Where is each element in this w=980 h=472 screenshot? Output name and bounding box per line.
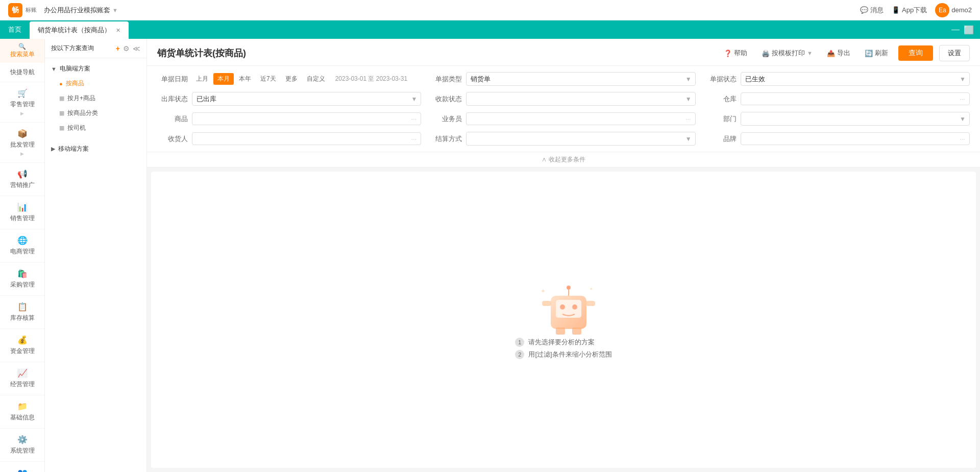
settings-label: 设置	[948, 49, 961, 57]
wholesale-icon: 📦	[17, 129, 28, 138]
sidebar-item-retail[interactable]: 🛒 零售管理 ▶	[0, 82, 44, 123]
salesperson-input[interactable]: ···	[466, 112, 695, 125]
ecommerce-icon: 🌐	[17, 235, 28, 245]
message-label: 消息	[870, 6, 884, 15]
doctype-select[interactable]: 销货单	[466, 72, 695, 86]
message-button[interactable]: 💬 消息	[860, 6, 884, 15]
doctype-label: 单据类型	[431, 75, 462, 84]
inventory-icon: 📋	[17, 302, 28, 312]
brand-dots-icon[interactable]: ···	[960, 135, 965, 143]
payment-select[interactable]	[466, 132, 695, 146]
scheme-mobile-collapse-icon: ▶	[51, 146, 55, 152]
filter-doctype-item: 单据类型 销货单 ▼	[431, 72, 695, 86]
tab-sales-stats[interactable]: 销货单统计表（按商品） ✕	[30, 21, 129, 39]
data-area: ✦ ✦ 1 请先选择要分析的方案 2 用[过滤]条件来缩小分析范围	[151, 172, 976, 468]
app-download-button[interactable]: 📱 App下载	[892, 6, 927, 15]
sidebar-item-ecommerce[interactable]: 🌐 电商管理	[0, 229, 44, 263]
sidebar-quick-nav[interactable]: 快捷导航	[0, 63, 44, 82]
warehouse-input[interactable]: ···	[741, 92, 970, 105]
sidebar-item-inventory[interactable]: 📋 库存核算	[0, 296, 44, 329]
basic-icon: 📁	[17, 402, 28, 411]
salesperson-dots-icon[interactable]: ···	[685, 115, 691, 123]
wholesale-arrow-icon: ▶	[20, 151, 24, 156]
sidebar-item-marketing[interactable]: 📢 营销推广	[0, 163, 44, 196]
receiver-input[interactable]: ···	[192, 132, 421, 145]
scheme-collapse-button[interactable]: ≪	[133, 44, 140, 53]
query-button[interactable]: 查询	[898, 45, 933, 61]
docstatus-control: 已生效 ▼	[741, 72, 970, 86]
settings-button[interactable]: 设置	[939, 45, 970, 61]
scheme-item-by-category[interactable]: ▦ 按商品分类	[45, 106, 146, 121]
product-dots-icon[interactable]: ···	[411, 115, 416, 123]
window-maximize-icon[interactable]: ⬜	[964, 25, 974, 35]
ecommerce-label: 电商管理	[10, 247, 35, 256]
sidebar-item-wholesale[interactable]: 📦 批发管理 ▶	[0, 123, 44, 163]
scheme-item-product-label: 按商品	[66, 79, 84, 88]
sidebar-item-basic[interactable]: 📁 基础信息	[0, 395, 44, 429]
filter-warehouse-item: 仓库 ···	[706, 92, 970, 105]
enterprise-icon: 👥	[17, 468, 28, 472]
product-control: ···	[192, 112, 421, 125]
outstatus-select[interactable]: 已出库	[192, 92, 421, 106]
refresh-button[interactable]: 🔄 刷新	[861, 46, 892, 60]
collapse-label: ∧ 收起更多条件	[542, 156, 585, 163]
scheme-add-button[interactable]: +	[116, 44, 120, 53]
date-btn-more[interactable]: 更多	[281, 73, 302, 85]
sidebar-item-operation[interactable]: 📈 经营管理	[0, 362, 44, 395]
receiptstatus-label: 收款状态	[431, 95, 462, 104]
finance-label: 资金管理	[10, 347, 35, 356]
sidebar-item-system[interactable]: ⚙️ 系统管理	[0, 429, 44, 462]
scheme-desktop-label: 电脑端方案	[60, 64, 90, 73]
workspace-selector[interactable]: 办公用品行业模拟账套 ▼	[41, 5, 121, 16]
product-input[interactable]: ···	[192, 112, 421, 125]
tab-close-icon[interactable]: ✕	[116, 27, 120, 34]
filter-salesperson-item: 业务员 ···	[431, 112, 695, 125]
help-icon: ❓	[724, 50, 732, 57]
retail-icon: 🛒	[17, 88, 28, 98]
scheme-panel-header: 按以下方案查询 + ⚙ ≪	[45, 39, 146, 58]
date-btn-custom[interactable]: 自定义	[303, 73, 329, 85]
user-profile[interactable]: Ea demo2	[935, 3, 972, 17]
warehouse-dots-icon[interactable]: ···	[960, 95, 965, 103]
docstatus-select[interactable]: 已生效	[741, 72, 970, 86]
scheme-mobile-group-header[interactable]: ▶ 移动端方案	[45, 141, 146, 156]
scheme-item-by-month-product[interactable]: ▦ 按月+商品	[45, 91, 146, 106]
export-button[interactable]: 📤 导出	[823, 46, 854, 60]
header-left: 畅 标账 办公用品行业模拟账套 ▼	[8, 3, 121, 17]
date-btn-this-month[interactable]: 本月	[213, 73, 234, 85]
export-label: 导出	[837, 49, 850, 58]
filter-receiptstatus-item: 收款状态 ▼	[431, 92, 695, 106]
date-btn-last-month[interactable]: 上月	[192, 73, 212, 85]
outstatus-control: 已出库 ▼	[192, 92, 421, 106]
sidebar: 🔍 搜索菜单 快捷导航 🛒 零售管理 ▶ 📦 批发管理 ▶ 📢 营销推广 📊 销…	[0, 39, 45, 472]
sidebar-item-sales[interactable]: 📊 销售管理	[0, 196, 44, 229]
payment-control: ▼	[466, 132, 695, 146]
help-button[interactable]: ❓ 帮助	[720, 46, 751, 60]
print-icon: 🖨️	[762, 50, 770, 57]
collapse-bar[interactable]: ∧ 收起更多条件	[147, 152, 980, 168]
sidebar-item-finance[interactable]: 💰 资金管理	[0, 329, 44, 362]
receiver-dots-icon[interactable]: ···	[411, 135, 416, 143]
department-select[interactable]	[741, 112, 970, 126]
sidebar-search[interactable]: 🔍 搜索菜单	[0, 39, 44, 63]
receiver-label: 收货人	[157, 134, 188, 144]
scheme-item-by-product[interactable]: ● 按商品	[45, 76, 146, 91]
date-btn-this-year[interactable]: 本年	[235, 73, 255, 85]
brand-input[interactable]: ···	[741, 132, 970, 145]
window-minimize-icon[interactable]: —	[951, 25, 960, 34]
step-1-number: 1	[515, 338, 524, 347]
logo-area: 畅 标账	[8, 3, 37, 17]
scheme-item-by-cashier[interactable]: ▦ 按司机	[45, 121, 146, 135]
tab-home[interactable]: 首页	[0, 20, 30, 39]
date-btn-last7days[interactable]: 近7天	[256, 73, 280, 85]
scheme-mobile-group: ▶ 移动端方案	[45, 138, 146, 159]
wholesale-label: 批发管理	[10, 140, 35, 149]
print-button[interactable]: 🖨️ 按模板打印 ▼	[757, 46, 817, 60]
finance-icon: 💰	[17, 335, 28, 345]
scheme-settings-button[interactable]: ⚙	[123, 44, 130, 53]
sidebar-item-purchase[interactable]: 🛍️ 采购管理	[0, 263, 44, 296]
receiptstatus-select[interactable]	[466, 92, 695, 106]
sidebar-item-enterprise[interactable]: 👥 企业协同	[0, 462, 44, 472]
payment-label: 结算方式	[431, 134, 462, 144]
scheme-desktop-group-header[interactable]: ▼ 电脑端方案	[45, 61, 146, 76]
